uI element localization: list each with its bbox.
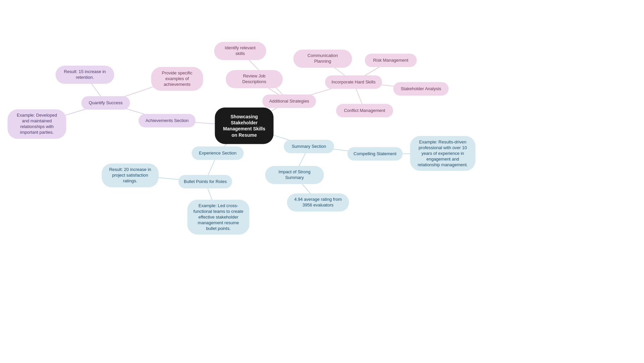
node-rating[interactable]: 4.94 average rating from 3956 evaluators [287,193,349,211]
node-risk[interactable]: Risk Management [365,54,417,67]
node-identify[interactable]: Identify relevant skills [214,42,266,60]
node-experience[interactable]: Experience Section [192,146,244,160]
node-summary[interactable]: Summary Section [284,140,334,153]
node-review[interactable]: Review Job Descriptions [226,70,283,88]
mindmap-container: Showcasing Stakeholder Management Skills… [0,0,644,363]
node-bullet_points[interactable]: Bullet Points for Roles [178,175,232,188]
node-example_developed[interactable]: Example: Developed and maintained relati… [8,109,66,139]
node-example_results[interactable]: Example: Results-driven professional wit… [410,136,476,171]
node-compelling[interactable]: Compelling Statement [347,147,403,161]
node-result_project[interactable]: Result: 20 increase in project satisfact… [102,164,159,187]
node-example_led[interactable]: Example: Led cross-functional teams to c… [187,200,250,235]
node-center[interactable]: Showcasing Stakeholder Management Skills… [215,108,274,144]
node-stakeholder[interactable]: Stakeholder Analysis [393,82,449,96]
node-incorporate[interactable]: Incorporate Hard Skills [325,75,382,89]
node-additional[interactable]: Additional Strategies [262,95,316,108]
node-impact_summary[interactable]: Impact of Strong Summary [265,166,324,184]
node-conflict[interactable]: Conflict Management [336,104,393,117]
node-achievements[interactable]: Achievements Section [139,114,196,127]
node-communication[interactable]: Communication Planning [293,50,352,68]
node-result_retention[interactable]: Result: 15 increase in retention. [56,66,114,84]
node-quantify[interactable]: Quantify Success [82,96,130,110]
node-provide_examples[interactable]: Provide specific examples of achievement… [151,67,203,91]
